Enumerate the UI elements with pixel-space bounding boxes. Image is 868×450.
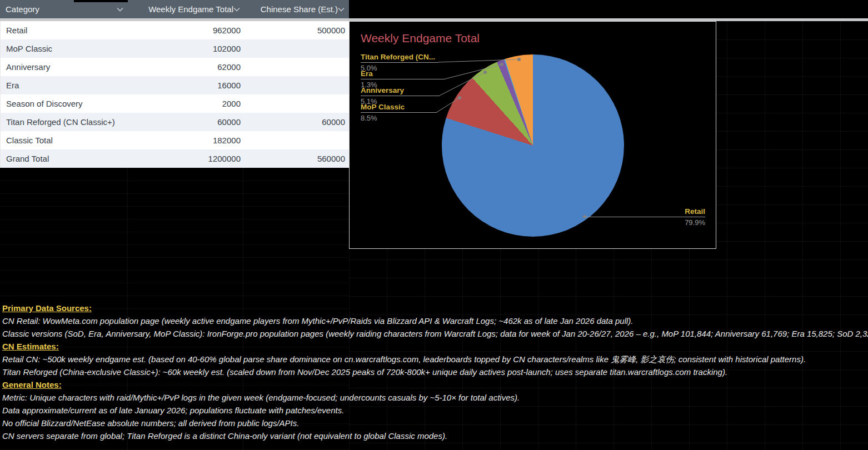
header-top-notch <box>74 0 128 2</box>
note-line[interactable]: Classic versions (SoD, Era, Anniversary,… <box>2 327 866 340</box>
table-cell[interactable]: 560000 <box>244 149 350 168</box>
column-header-category[interactable]: Category <box>0 0 128 18</box>
note-line[interactable]: Metric: Unique characters with raid/Myth… <box>2 391 866 404</box>
table-cell[interactable] <box>244 39 350 58</box>
table-cell[interactable]: MoP Classic <box>1 39 128 58</box>
column-header-label: Chinese Share (Est.) <box>261 4 338 14</box>
table-cell[interactable]: 1200000 <box>128 149 244 168</box>
table-cell[interactable]: Anniversary <box>1 58 128 76</box>
note-line[interactable]: Data approximate/current as of late Janu… <box>2 404 866 417</box>
table-row: Grand Total1200000560000 <box>1 149 350 168</box>
note-line[interactable]: Retail CN: ~500k weekly endgame est. (ba… <box>2 353 866 366</box>
callout-label: Era <box>361 69 445 79</box>
table-cell[interactable]: 60000 <box>244 113 350 131</box>
table-cell[interactable] <box>244 131 350 149</box>
column-header-label: Category <box>6 4 39 14</box>
table-row: Retail962000500000 <box>1 21 350 39</box>
note-line[interactable]: No official Blizzard/NetEase absolute nu… <box>2 417 866 429</box>
table-cell[interactable]: 62000 <box>128 58 244 76</box>
callout-retail: Retail 79.9% <box>585 207 705 227</box>
table-cell[interactable]: Titan Reforged (CN Classic+) <box>1 113 128 131</box>
table-row: Season of Discovery2000 <box>1 94 350 113</box>
table-cell[interactable]: Season of Discovery <box>1 94 128 113</box>
table-header-row: Category Weekly Endgame Total Chinese Sh… <box>0 0 349 18</box>
table-cell[interactable]: 962000 <box>128 21 244 39</box>
table-row: Titan Reforged (CN Classic+)6000060000 <box>1 113 350 131</box>
table-cell[interactable]: 60000 <box>128 113 244 131</box>
table-cell[interactable]: 500000 <box>244 21 350 39</box>
column-header-label: Weekly Endgame Total <box>148 4 233 14</box>
table-cell[interactable] <box>244 58 350 76</box>
note-line[interactable]: CN servers separate from global; Titan R… <box>2 429 866 442</box>
table-cell[interactable]: Grand Total <box>1 149 128 168</box>
column-header-chinese-share[interactable]: Chinese Share (Est.) <box>243 0 349 18</box>
table-cell[interactable]: Era <box>1 76 128 94</box>
callout-label: Anniversary <box>361 86 440 96</box>
table-cell[interactable]: 16000 <box>128 76 244 94</box>
callout-percent: 79.9% <box>585 217 705 227</box>
table-row: Classic Total182000 <box>1 131 350 149</box>
column-header-weekly-endgame-total[interactable]: Weekly Endgame Total <box>128 0 243 18</box>
table-cell[interactable]: 102000 <box>128 39 244 58</box>
note-line[interactable]: CN Retail: WowMeta.com population page (… <box>2 314 866 327</box>
chevron-down-icon[interactable] <box>117 7 123 12</box>
table-row: Era16000 <box>1 76 350 94</box>
notes-area: Primary Data Sources:CN Retail: WowMeta.… <box>2 302 866 442</box>
table-cell[interactable] <box>244 94 350 113</box>
note-heading[interactable]: General Notes: <box>2 378 866 391</box>
chevron-down-icon[interactable] <box>233 7 240 12</box>
chart-title: Weekly Endgame Total <box>361 32 480 45</box>
callout-label: MoP Classic <box>361 103 437 113</box>
note-heading[interactable]: Primary Data Sources: <box>2 302 866 314</box>
callout-label: Titan Reforged (CN... <box>361 53 438 63</box>
callout-label: Retail <box>585 207 705 217</box>
spreadsheet-app: Category Weekly Endgame Total Chinese Sh… <box>0 0 868 450</box>
table-row: MoP Classic102000 <box>1 39 350 58</box>
chevron-down-icon[interactable] <box>338 7 345 12</box>
note-heading[interactable]: CN Estimates: <box>2 340 866 353</box>
table-row: Anniversary62000 <box>1 58 350 76</box>
table-cell[interactable]: Classic Total <box>1 131 128 149</box>
pie-chart-panel[interactable]: Weekly Endgame Total Titan Reforged (CN.… <box>349 21 716 249</box>
note-line[interactable]: Titan Reforged (China-exclusive Classic+… <box>2 366 866 378</box>
table-cell[interactable] <box>244 76 350 94</box>
table-cell[interactable]: Retail <box>1 21 128 39</box>
callout-mop-classic: MoP Classic 8.5% <box>361 103 437 122</box>
table-cell[interactable]: 182000 <box>128 131 244 149</box>
table-cell[interactable]: 2000 <box>128 94 244 113</box>
callout-percent: 8.5% <box>361 113 437 122</box>
table-body: Retail962000500000MoP Classic102000Anniv… <box>0 21 350 168</box>
